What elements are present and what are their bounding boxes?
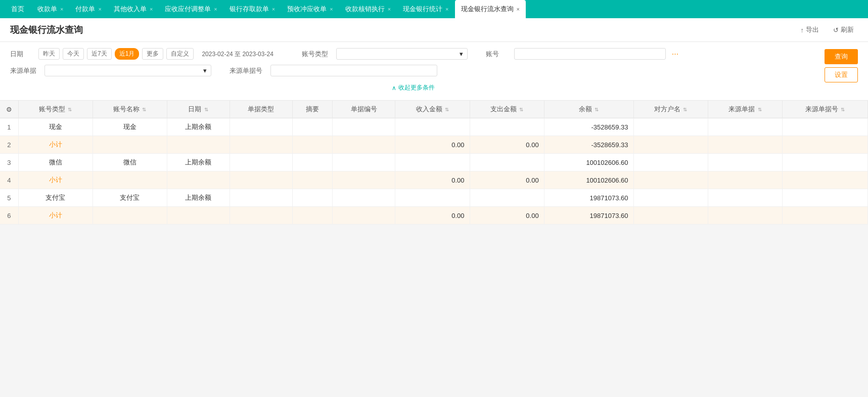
date-label: 日期 <box>10 50 30 59</box>
nav-tab-xianjintongji[interactable]: 现金银行统计 × <box>397 0 454 18</box>
table-body: 1现金现金上期余额-3528659.332小计0.000.00-3528659.… <box>0 118 868 225</box>
table-cell: 2 <box>0 136 18 154</box>
settings-button[interactable]: 设置 <box>825 67 858 82</box>
col-account-type[interactable]: 账号类型 ⇅ <box>18 101 93 118</box>
chevron-down-icon2: ▾ <box>203 67 207 74</box>
nav-tab-yushouchong[interactable]: 预收冲应收单 × <box>281 0 339 18</box>
table-cell: 0.00 <box>395 136 470 154</box>
account-type-select[interactable]: ▾ <box>336 48 468 60</box>
col-date[interactable]: 日期 ⇅ <box>167 101 230 118</box>
data-table: ⚙ 账号类型 ⇅ 账号名称 ⇅ 日期 ⇅ 单据类型 摘要 <box>0 101 868 225</box>
table-cell: 6 <box>0 207 18 225</box>
export-button[interactable]: ↑ 导出 <box>797 23 824 36</box>
account-dots-button[interactable]: ··· <box>670 50 680 59</box>
table-cell <box>333 189 395 207</box>
close-icon[interactable]: × <box>60 6 63 12</box>
nav-tab-qitashouru[interactable]: 其他收入单 × <box>108 0 159 18</box>
date-range-text: 2023-02-24 至 2023-03-24 <box>202 50 273 59</box>
table-cell <box>708 118 782 136</box>
table-cell <box>167 207 230 225</box>
table-cell <box>782 136 867 154</box>
col-income[interactable]: 收入金额 ⇅ <box>395 101 470 118</box>
table-cell <box>395 118 470 136</box>
table-cell: 小计 <box>18 136 93 154</box>
account-row: ··· <box>514 48 680 60</box>
table-cell <box>782 118 867 136</box>
source-doc-select[interactable]: ▾ <box>44 65 211 76</box>
date-range-display: 2023-02-24 至 2023-03-24 <box>202 49 273 59</box>
nav-home[interactable]: 首页 <box>4 0 31 18</box>
date-btn-yesterday[interactable]: 昨天 <box>38 48 60 60</box>
col-doc-type[interactable]: 单据类型 <box>230 101 292 118</box>
collapse-bar[interactable]: ∧ 收起更多条件 <box>10 81 816 94</box>
sort-icon: ⇅ <box>445 107 449 112</box>
col-account-name[interactable]: 账号名称 ⇅ <box>93 101 167 118</box>
close-icon[interactable]: × <box>330 6 333 12</box>
table-cell: 上期余额 <box>167 154 230 171</box>
col-source-doc-num[interactable]: 来源单据号 ⇅ <box>782 101 867 118</box>
collapse-icon: ∧ <box>392 84 396 92</box>
nav-tab-fukuandan[interactable]: 付款单 × <box>69 0 107 18</box>
nav-tab-yingshoutiaozhen[interactable]: 应收应付调整单 × <box>159 0 223 18</box>
table-cell: 小计 <box>18 171 93 189</box>
table-cell <box>633 154 708 171</box>
query-button[interactable]: 查询 <box>825 49 858 64</box>
table-container: ⚙ 账号类型 ⇅ 账号名称 ⇅ 日期 ⇅ 单据类型 摘要 <box>0 101 868 225</box>
table-cell: 0.00 <box>395 207 470 225</box>
sort-icon: ⇅ <box>841 107 845 112</box>
table-cell <box>333 207 395 225</box>
table-cell: 5 <box>0 189 18 207</box>
nav-tab-shoukuanhexiao[interactable]: 收款核销执行 × <box>339 0 397 18</box>
table-cell: 现金 <box>18 118 93 136</box>
table-cell <box>470 118 544 136</box>
nav-tab-yinhangcunkuan[interactable]: 银行存取款单 × <box>223 0 281 18</box>
close-icon[interactable]: × <box>445 6 448 12</box>
col-doc-num[interactable]: 单据编号 <box>333 101 395 118</box>
table-cell <box>708 136 782 154</box>
table-cell: 支付宝 <box>93 189 167 207</box>
sort-icon: ⇅ <box>683 107 687 112</box>
date-options: 昨天 今天 近7天 近1月 更多 自定义 <box>38 48 194 60</box>
close-icon[interactable]: × <box>214 6 217 12</box>
page-header: 现金银行流水查询 ↑ 导出 ↺ 刷新 <box>0 18 868 42</box>
table-row: 5支付宝支付宝上期余额19871073.60 <box>0 189 868 207</box>
header-actions: ↑ 导出 ↺ 刷新 <box>797 23 858 36</box>
col-source-doc[interactable]: 来源单据 ⇅ <box>708 101 782 118</box>
sort-icon: ⇅ <box>142 107 146 112</box>
col-expense[interactable]: 支出金额 ⇅ <box>470 101 544 118</box>
refresh-icon: ↺ <box>833 26 839 34</box>
date-btn-1month[interactable]: 近1月 <box>115 48 140 60</box>
col-counterparty[interactable]: 对方户名 ⇅ <box>633 101 708 118</box>
table-cell: 19871073.60 <box>544 207 633 225</box>
table-cell <box>470 154 544 171</box>
account-label: 账号 <box>486 50 506 59</box>
close-icon[interactable]: × <box>98 6 101 12</box>
col-balance[interactable]: 余额 ⇅ <box>544 101 633 118</box>
date-btn-today[interactable]: 今天 <box>63 48 84 60</box>
col-gear[interactable]: ⚙ <box>0 101 18 118</box>
table-cell <box>782 207 867 225</box>
close-icon[interactable]: × <box>150 6 153 12</box>
sort-icon: ⇅ <box>68 107 72 112</box>
account-input[interactable] <box>519 50 661 58</box>
date-btn-7days[interactable]: 近7天 <box>87 48 112 60</box>
table-cell: 支付宝 <box>18 189 93 207</box>
table-cell: 0.00 <box>470 171 544 189</box>
table-cell: 0.00 <box>470 207 544 225</box>
account-input-wrap <box>514 48 666 60</box>
refresh-button[interactable]: ↺ 刷新 <box>829 23 858 36</box>
close-icon[interactable]: × <box>517 6 520 12</box>
table-cell: 3 <box>0 154 18 171</box>
nav-tab-shoukuandan[interactable]: 收款单 × <box>31 0 69 18</box>
filter-actions: 查询 设置 <box>816 48 858 82</box>
col-summary[interactable]: 摘要 <box>292 101 333 118</box>
date-btn-custom[interactable]: 自定义 <box>166 48 194 60</box>
close-icon[interactable]: × <box>388 6 391 12</box>
table-cell <box>395 189 470 207</box>
source-doc-num-input[interactable] <box>275 67 433 74</box>
nav-tab-liushui-active[interactable]: 现金银行流水查询 × <box>455 0 526 18</box>
date-btn-more[interactable]: 更多 <box>142 48 163 60</box>
close-icon[interactable]: × <box>272 6 275 12</box>
source-doc-num-label: 来源单据号 <box>230 66 262 75</box>
filter-area: 日期 昨天 今天 近7天 近1月 更多 自定义 2023-02-24 至 202… <box>0 42 868 101</box>
